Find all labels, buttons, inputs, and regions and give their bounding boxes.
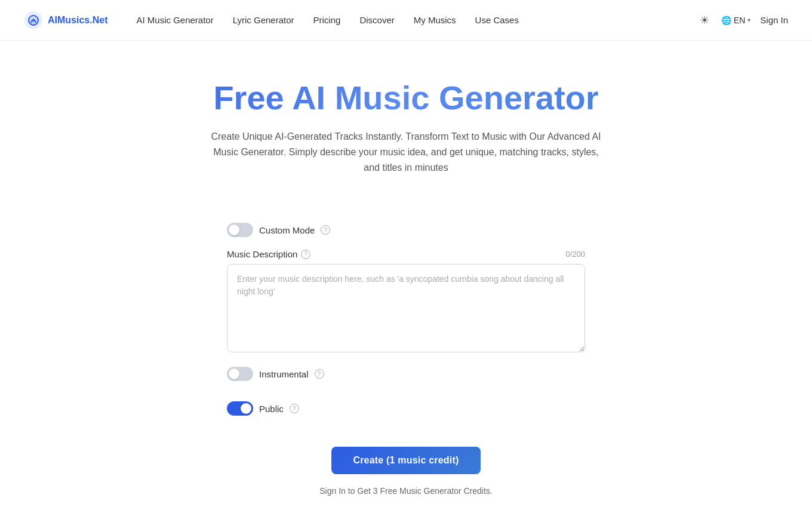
- char-count: 0/200: [565, 250, 585, 259]
- chevron-down-icon: ▾: [748, 17, 751, 23]
- instrumental-label: Instrumental: [259, 369, 309, 379]
- site-logo[interactable]: AIMusics.Net: [24, 11, 107, 30]
- question-icon-4: ?: [293, 406, 296, 412]
- theme-toggle-button[interactable]: ☀: [697, 11, 712, 29]
- nav-my-musics[interactable]: My Musics: [414, 13, 456, 27]
- svg-point-3: [32, 19, 35, 21]
- language-label: EN: [734, 16, 745, 25]
- music-generator-form: Custom Mode ? Music Description ? 0/200 …: [215, 223, 597, 496]
- instrumental-toggle[interactable]: [227, 367, 253, 381]
- field-header: Music Description ? 0/200: [227, 249, 585, 259]
- nav-use-cases[interactable]: Use Cases: [475, 13, 519, 27]
- custom-mode-help-icon[interactable]: ?: [321, 225, 330, 235]
- field-label: Music Description ?: [227, 249, 310, 259]
- public-label: Public: [259, 404, 284, 414]
- public-row: Public ?: [227, 401, 585, 416]
- public-toggle[interactable]: [227, 401, 253, 416]
- music-description-label: Music Description: [227, 249, 297, 259]
- nav-ai-music-generator[interactable]: AI Music Generator: [136, 13, 213, 27]
- nav-links: AI Music Generator Lyric Generator Prici…: [136, 13, 697, 27]
- language-icon: 🌐: [721, 16, 731, 25]
- public-help-icon[interactable]: ?: [290, 404, 299, 413]
- hero-title: Free AI Music Generator: [24, 79, 788, 117]
- create-button[interactable]: Create (1 music credit): [331, 447, 480, 474]
- instrumental-row: Instrumental ?: [227, 367, 585, 381]
- nav-lyric-generator[interactable]: Lyric Generator: [233, 13, 294, 27]
- sign-in-button[interactable]: Sign In: [760, 15, 788, 25]
- hero-section: Free AI Music Generator Create Unique AI…: [0, 41, 812, 223]
- question-icon-3: ?: [318, 371, 321, 377]
- nav-pricing[interactable]: Pricing: [313, 13, 341, 27]
- custom-mode-row: Custom Mode ?: [227, 223, 585, 237]
- nav-discover[interactable]: Discover: [359, 13, 394, 27]
- custom-mode-toggle[interactable]: [227, 223, 253, 237]
- music-description-help-icon[interactable]: ?: [301, 250, 310, 259]
- hero-subtitle: Create Unique AI-Generated Tracks Instan…: [209, 129, 603, 175]
- navbar: AIMusics.Net AI Music Generator Lyric Ge…: [0, 0, 812, 41]
- question-icon-2: ?: [304, 251, 308, 257]
- custom-mode-label: Custom Mode: [259, 225, 315, 235]
- logo-icon: [24, 11, 43, 30]
- nav-right: ☀ 🌐 EN ▾ Sign In: [697, 11, 788, 29]
- options-group: Instrumental ? Public ?: [227, 367, 585, 428]
- logo-text: AIMusics.Net: [48, 15, 107, 26]
- music-description-textarea[interactable]: [227, 264, 585, 352]
- signin-note: Sign In to Get 3 Free Music Generator Cr…: [227, 486, 585, 496]
- sun-icon: ☀: [700, 14, 709, 26]
- language-selector[interactable]: 🌐 EN ▾: [721, 16, 751, 25]
- question-icon: ?: [324, 227, 328, 234]
- instrumental-help-icon[interactable]: ?: [315, 369, 324, 379]
- music-description-field: Music Description ? 0/200: [227, 249, 585, 355]
